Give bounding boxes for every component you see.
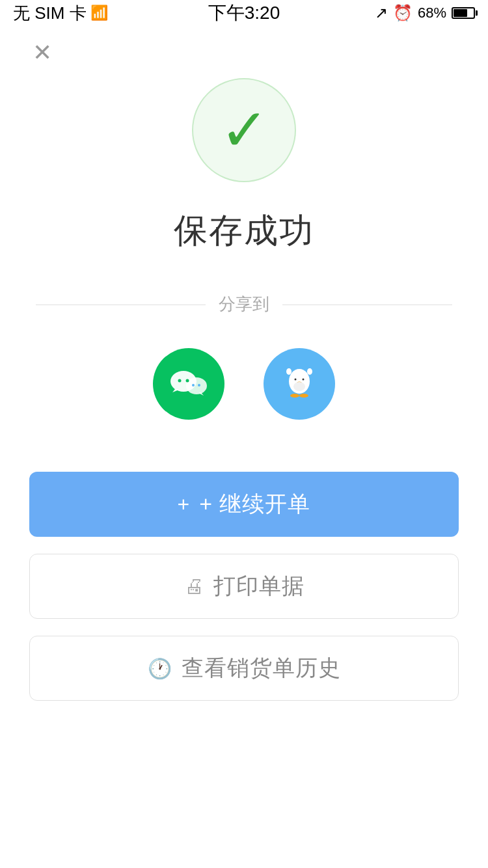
svg-point-15 (286, 368, 291, 375)
plus-icon: + (178, 493, 191, 517)
print-button[interactable]: 🖨 打印单据 (29, 554, 459, 619)
battery-icon (452, 7, 475, 19)
svg-point-1 (186, 377, 207, 394)
main-content: ✓ 保存成功 分享到 (0, 26, 488, 701)
history-icon: 🕐 (148, 657, 172, 680)
svg-point-10 (302, 378, 304, 380)
history-label: 查看销货单历史 (182, 653, 341, 683)
svg-point-14 (299, 394, 308, 398)
wifi-icon: 📶 (90, 5, 108, 21)
status-time: 下午3:20 (208, 1, 280, 25)
status-left: 无 SIM 卡 📶 (13, 2, 108, 25)
printer-icon: 🖨 (184, 575, 204, 597)
svg-point-8 (294, 378, 296, 380)
qq-icon (278, 363, 321, 405)
svg-point-2 (178, 379, 182, 383)
location-icon: ↗ (375, 4, 388, 22)
success-title: 保存成功 (174, 208, 314, 254)
svg-point-3 (186, 379, 189, 383)
status-right: ↗ ⏰ 68% (375, 4, 475, 22)
svg-point-12 (293, 382, 305, 391)
close-icon: ✕ (33, 41, 52, 64)
action-buttons: + + 继续开单 🖨 打印单据 🕐 查看销货单历史 (29, 472, 459, 701)
qq-share-button[interactable] (264, 348, 335, 420)
continue-label: + 继续开单 (199, 489, 310, 519)
continue-button[interactable]: + + 继续开单 (29, 472, 459, 537)
status-bar: 无 SIM 卡 📶 下午3:20 ↗ ⏰ 68% (0, 0, 488, 26)
wechat-icon (166, 361, 211, 407)
wechat-share-button[interactable] (153, 348, 224, 420)
share-label: 分享到 (206, 293, 282, 316)
print-label: 打印单据 (213, 571, 305, 601)
close-button[interactable]: ✕ (26, 36, 59, 69)
success-circle: ✓ (192, 78, 296, 182)
history-button[interactable]: 🕐 查看销货单历史 (29, 636, 459, 701)
alarm-icon: ⏰ (393, 4, 413, 22)
svg-point-5 (198, 384, 200, 387)
svg-point-13 (290, 394, 299, 398)
checkmark-icon: ✓ (220, 101, 269, 159)
battery-text: 68% (418, 5, 446, 21)
svg-point-4 (192, 384, 195, 387)
svg-point-16 (307, 368, 312, 375)
share-divider: 分享到 (36, 293, 452, 316)
share-icons (153, 348, 335, 420)
no-sim-text: 无 SIM 卡 (13, 2, 87, 25)
